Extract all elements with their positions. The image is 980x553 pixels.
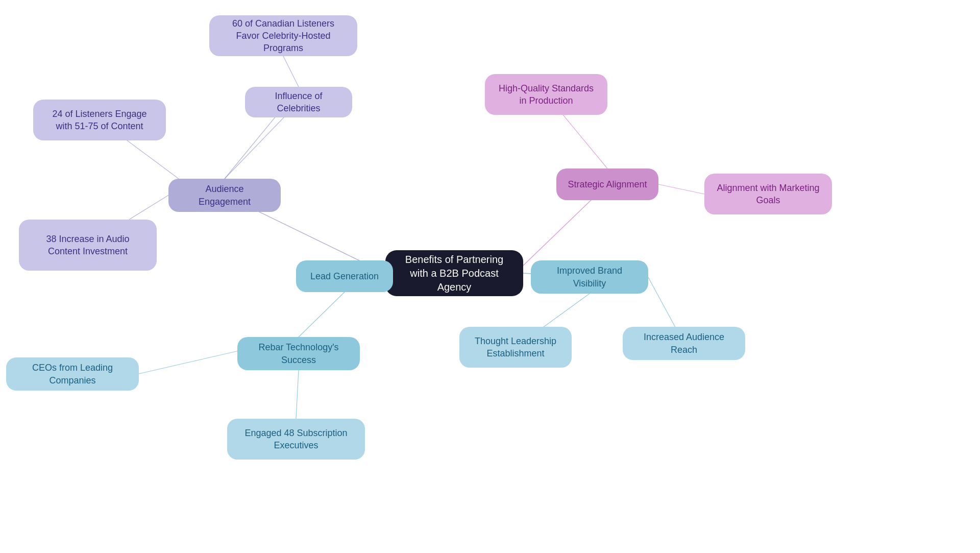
lead-generation-label: Lead Generation	[310, 270, 379, 282]
audience-engagement-label: Audience Engagement	[180, 183, 270, 208]
strategic-alignment-label: Strategic Alignment	[568, 178, 647, 190]
svg-line-15	[296, 370, 299, 419]
canadian-listeners-label: 60 of Canadian Listeners Favor Celebrity…	[220, 17, 346, 55]
engaged-executives-label: Engaged 48 Subscription Executives	[236, 427, 356, 452]
engaged-executives-node: Engaged 48 Subscription Executives	[227, 419, 365, 460]
alignment-marketing-node: Alignment with Marketing Goals	[704, 174, 832, 214]
improved-brand-label: Improved Brand Visibility	[540, 265, 639, 290]
svg-line-10	[658, 184, 704, 194]
listeners-engage-label: 24 of Listeners Engage with 51-75 of Con…	[44, 108, 155, 133]
influence-celebrities-node: Influence of Celebrities	[245, 87, 352, 117]
increased-audience-node: Increased Audience Reach	[623, 327, 745, 360]
thought-leadership-node: Thought Leadership Establishment	[459, 327, 572, 368]
rebar-technology-label: Rebar Technology's Success	[247, 341, 351, 366]
improved-brand-node: Improved Brand Visibility	[531, 260, 648, 294]
audio-investment-node: 38 Increase in Audio Content Investment	[19, 220, 157, 271]
lead-generation-node: Lead Generation	[296, 260, 393, 292]
svg-line-4	[225, 107, 283, 179]
high-quality-node: High-Quality Standards in Production	[485, 74, 607, 115]
influence-celebrities-label: Influence of Celebrities	[256, 90, 341, 115]
canadian-listeners-node: 60 of Canadian Listeners Favor Celebrity…	[209, 15, 357, 56]
listeners-engage-node: 24 of Listeners Engage with 51-75 of Con…	[33, 100, 166, 140]
ceos-leading-label: CEOs from Leading Companies	[15, 362, 130, 387]
alignment-marketing-label: Alignment with Marketing Goals	[714, 182, 823, 207]
increased-audience-label: Increased Audience Reach	[632, 331, 736, 356]
svg-line-8	[283, 56, 299, 87]
svg-line-13	[299, 292, 345, 337]
center-label: Benefits of Partnering with a B2B Podcas…	[397, 253, 512, 294]
thought-leadership-label: Thought Leadership Establishment	[469, 335, 562, 360]
ceos-leading-node: CEOs from Leading Companies	[6, 357, 139, 391]
rebar-technology-node: Rebar Technology's Success	[237, 337, 360, 370]
audio-investment-label: 38 Increase in Audio Content Investment	[30, 233, 145, 258]
strategic-alignment-node: Strategic Alignment	[556, 169, 658, 200]
audience-engagement-node: Audience Engagement	[168, 179, 281, 212]
center-node: Benefits of Partnering with a B2B Podcas…	[385, 250, 523, 296]
high-quality-label: High-Quality Standards in Production	[494, 82, 598, 107]
